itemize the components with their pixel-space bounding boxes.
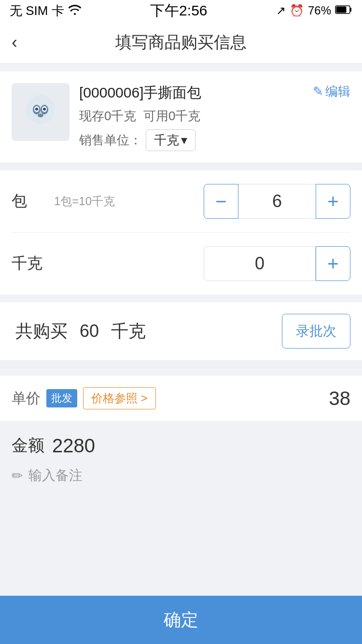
package-minus-button[interactable]: − (204, 184, 238, 219)
no-sim-text: 无 SIM 卡 (10, 2, 64, 19)
remark-label: 输入备注 (28, 466, 83, 485)
product-unit-row: 销售单位： 千克 ▾ (79, 129, 303, 151)
status-left: 无 SIM 卡 (10, 2, 82, 19)
price-ref-button[interactable]: 价格参照 > (83, 387, 156, 409)
page-title: 填写商品购买信息 (115, 31, 247, 54)
amount-value: 2280 (52, 435, 95, 457)
chevron-down-icon: ▾ (181, 133, 187, 148)
product-card-right: ✎ 编辑 (313, 83, 350, 100)
section-sep-2 (0, 360, 362, 368)
svg-point-8 (35, 108, 38, 111)
battery-icon (335, 4, 352, 17)
section-sep-1 (0, 163, 362, 170)
price-section: 单价 批发 价格参照 > 38 (0, 376, 362, 421)
confirm-button[interactable]: 确定 (0, 596, 362, 644)
back-button[interactable]: ‹ (12, 32, 17, 53)
edit-button[interactable]: ✎ 编辑 (313, 83, 350, 100)
product-logo-icon (25, 94, 56, 130)
summary-section: 共购买 60 千克 录批次 (0, 302, 362, 360)
alarm-icon: ⏰ (290, 4, 304, 17)
remark-icon: ✏ (12, 468, 23, 484)
svg-point-9 (43, 108, 46, 111)
amount-section: 金额 2280 ✏ 输入备注 (0, 421, 362, 492)
status-bar: 无 SIM 卡 下午2:56 ↗ ⏰ 76% (0, 0, 362, 21)
kilogram-qty-input[interactable] (204, 246, 316, 281)
kilogram-label: 千克 (12, 253, 50, 274)
price-row: 单价 批发 价格参照 > 38 (12, 387, 350, 409)
nav-bar: ‹ 填写商品购买信息 (0, 21, 362, 64)
package-input-row: 包 1包=10千克 − + (12, 170, 350, 233)
remark-row[interactable]: ✏ 输入备注 (12, 466, 350, 485)
kilogram-input-controls: + (204, 246, 350, 281)
kilogram-plus-button[interactable]: + (316, 246, 350, 281)
kilogram-input-row: 千克 + (12, 233, 350, 294)
product-name: [0000006]手撕面包 (79, 83, 303, 103)
svg-rect-2 (336, 7, 346, 13)
unit-select[interactable]: 千克 ▾ (146, 129, 195, 151)
amount-row: 金额 2280 (12, 434, 350, 457)
status-time: 下午2:56 (150, 1, 207, 21)
package-input-controls: − + (204, 184, 350, 219)
product-stock: 现存0千克 可用0千克 (79, 108, 303, 125)
amount-label: 金额 (12, 434, 44, 457)
summary-text: 共购买 60 千克 (12, 320, 150, 343)
wifi-icon (68, 3, 82, 18)
status-right: ↗ ⏰ 76% (276, 4, 352, 17)
battery-text: 76% (308, 4, 331, 17)
package-sublabel: 1包=10千克 (54, 194, 115, 209)
product-thumbnail (12, 83, 70, 141)
svg-rect-1 (350, 8, 351, 12)
input-section: 包 1包=10千克 − + 千克 + (0, 170, 362, 294)
record-batch-button[interactable]: 录批次 (282, 314, 350, 349)
location-icon: ↗ (276, 4, 286, 17)
package-plus-button[interactable]: + (316, 184, 350, 219)
package-label: 包 (12, 191, 50, 212)
edit-icon: ✎ (313, 84, 323, 99)
batch-tag: 批发 (46, 389, 77, 407)
package-qty-input[interactable] (238, 184, 316, 219)
product-card: [0000006]手撕面包 现存0千克 可用0千克 销售单位： 千克 ▾ ✎ 编… (0, 71, 362, 163)
unit-price-label: 单价 (12, 389, 41, 408)
price-label: 单价 批发 价格参照 > (12, 387, 156, 409)
price-value: 38 (329, 388, 351, 409)
product-info: [0000006]手撕面包 现存0千克 可用0千克 销售单位： 千克 ▾ (79, 83, 303, 151)
